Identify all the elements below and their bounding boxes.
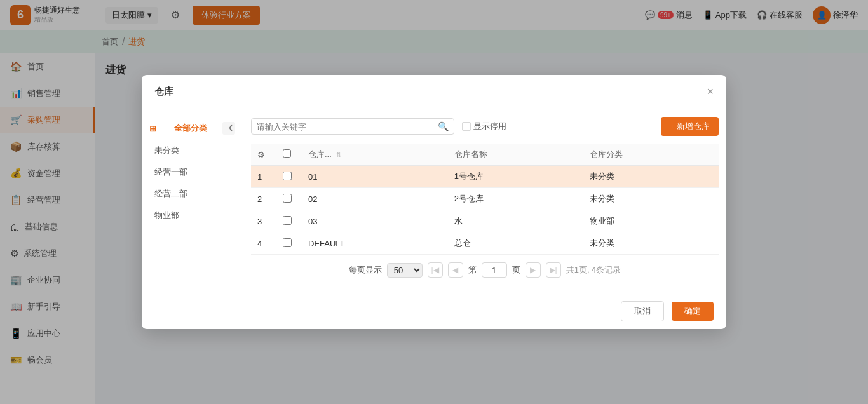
cell-name: 2号仓库 <box>448 188 583 210</box>
category-label-2: 经营二部 <box>154 189 187 198</box>
category-label-0: 未分类 <box>154 145 179 155</box>
cell-checkbox[interactable] <box>276 166 302 188</box>
cell-name: 1号仓库 <box>448 166 583 188</box>
th-settings: ⚙ <box>251 144 276 166</box>
cell-name: 总仓 <box>448 232 583 255</box>
table-header-row: ⚙ 仓库... ⇅ 仓库名称 <box>251 144 719 166</box>
cell-checkbox[interactable] <box>276 210 302 232</box>
th-code: 仓库... ⇅ <box>302 144 448 166</box>
grid-icon: ⊞ <box>149 124 156 133</box>
total-text: 共1页, 4条记录 <box>566 264 621 276</box>
cell-category: 未分类 <box>583 166 719 188</box>
sort-code-icon[interactable]: ⇅ <box>336 151 341 158</box>
category-item-operation2[interactable]: 经营二部 <box>142 183 243 205</box>
page-suffix: 页 <box>512 264 520 276</box>
cell-code: 02 <box>302 188 448 210</box>
page-label: 第 <box>468 264 477 276</box>
page-number-input[interactable] <box>482 262 507 278</box>
th-checkbox <box>276 144 302 166</box>
th-name: 仓库名称 <box>448 144 583 166</box>
category-label-3: 物业部 <box>154 210 179 220</box>
cell-category: 物业部 <box>583 210 719 232</box>
warehouse-table: ⚙ 仓库... ⇅ 仓库名称 <box>251 144 719 255</box>
add-warehouse-button[interactable]: + 新增仓库 <box>661 117 719 136</box>
per-page-label: 每页显示 <box>349 264 382 276</box>
category-item-operation1[interactable]: 经营一部 <box>142 161 243 183</box>
select-all-checkbox[interactable] <box>283 149 291 158</box>
cell-checkbox[interactable] <box>276 188 302 210</box>
show-disabled-label: 显示停用 <box>473 121 506 132</box>
cell-num: 1 <box>251 166 276 188</box>
modal-close-button[interactable]: × <box>707 85 714 98</box>
modal-title: 仓库 <box>154 86 173 98</box>
cell-num: 3 <box>251 210 276 232</box>
search-input[interactable] <box>257 122 438 131</box>
th-settings-icon[interactable]: ⚙ <box>257 150 265 159</box>
cell-name: 水 <box>448 210 583 232</box>
show-disabled-toggle[interactable]: 显示停用 <box>462 121 506 132</box>
search-box: 🔍 <box>251 118 454 135</box>
cell-category: 未分类 <box>583 232 719 255</box>
table-row[interactable]: 2 02 2号仓库 未分类 <box>251 188 719 210</box>
cell-category: 未分类 <box>583 188 719 210</box>
table-row[interactable]: 4 DEFAULT 总仓 未分类 <box>251 232 719 255</box>
prev-page-button[interactable]: ◀ <box>448 262 463 278</box>
category-panel: ⊞ 全部分类 《 未分类 经营一部 经营二部 物业部 <box>142 109 243 293</box>
all-category-label: 全部分类 <box>174 123 207 134</box>
th-category: 仓库分类 <box>583 144 719 166</box>
first-page-button[interactable]: |◀ <box>428 262 443 278</box>
cell-code: 03 <box>302 210 448 232</box>
cell-code: 01 <box>302 166 448 188</box>
th-code-label: 仓库... <box>308 149 332 159</box>
next-page-button[interactable]: ▶ <box>526 262 541 278</box>
modal-body: ⊞ 全部分类 《 未分类 经营一部 经营二部 物业部 <box>142 109 726 293</box>
table-scroll-area: ⚙ 仓库... ⇅ 仓库名称 <box>251 144 719 255</box>
cell-num: 4 <box>251 232 276 255</box>
th-category-label: 仓库分类 <box>590 149 623 159</box>
table-row[interactable]: 1 01 1号仓库 未分类 <box>251 166 719 188</box>
modal-footer: 取消 确定 <box>142 293 726 329</box>
category-label-1: 经营一部 <box>154 167 187 177</box>
table-panel: 🔍 显示停用 + 新增仓库 ⚙ <box>243 109 726 293</box>
cancel-button[interactable]: 取消 <box>621 301 664 321</box>
show-disabled-checkbox[interactable] <box>462 122 471 131</box>
cell-checkbox[interactable] <box>276 232 302 255</box>
last-page-button[interactable]: ▶| <box>546 262 561 278</box>
modal-header: 仓库 × <box>142 75 726 109</box>
modal-overlay: 仓库 × ⊞ 全部分类 《 未分类 经营一部 经营二部 <box>0 0 868 404</box>
collapse-panel-button[interactable]: 《 <box>222 122 235 135</box>
confirm-button[interactable]: 确定 <box>672 302 714 321</box>
th-name-label: 仓库名称 <box>454 149 487 159</box>
warehouse-modal: 仓库 × ⊞ 全部分类 《 未分类 经营一部 经营二部 <box>142 75 726 329</box>
search-icon[interactable]: 🔍 <box>438 121 449 131</box>
table-row[interactable]: 3 03 水 物业部 <box>251 210 719 232</box>
cell-num: 2 <box>251 188 276 210</box>
category-item-property[interactable]: 物业部 <box>142 205 243 226</box>
per-page-select[interactable]: 50 100 200 <box>387 263 423 278</box>
table-toolbar: 🔍 显示停用 + 新增仓库 <box>251 117 719 136</box>
pagination: 每页显示 50 100 200 |◀ ◀ 第 页 ▶ ▶| 共1页, 4条记录 <box>251 255 719 285</box>
cell-code: DEFAULT <box>302 232 448 255</box>
all-category-button[interactable]: ⊞ 全部分类 《 <box>142 117 243 140</box>
category-item-unclassified[interactable]: 未分类 <box>142 140 243 161</box>
